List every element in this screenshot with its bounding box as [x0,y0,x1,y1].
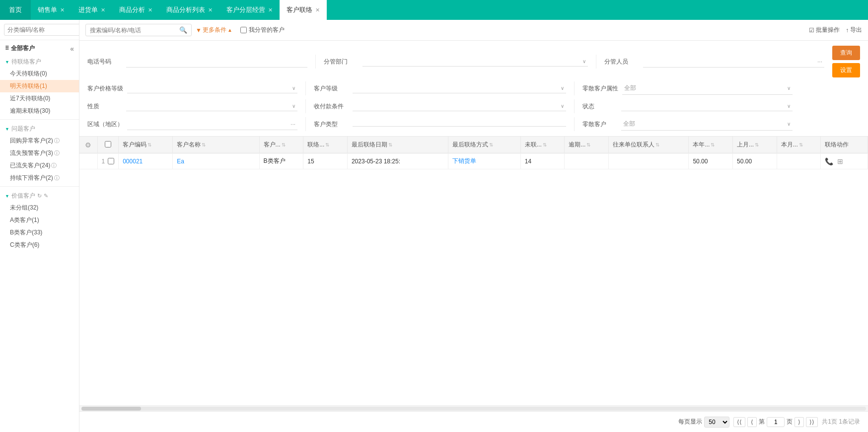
customer-name-link[interactable]: Ea [177,158,184,165]
sidebar-item-unclassified[interactable]: 未分组(32) [0,202,79,214]
page-size-area: 每页显示 50 10 20 100 [678,417,729,428]
customer-type-select[interactable] [353,122,566,127]
col-overdue[interactable]: 逾期... ⇅ [565,137,609,153]
nav-customer-tier[interactable]: 客户分层经营 ✕ [219,0,280,20]
sidebar-item-class-c[interactable]: C类客户(6) [0,239,79,251]
col-this-year[interactable]: 本年... ⇅ [689,137,733,153]
row-last-month-cell: 50.00 [733,153,777,169]
triangle-icon: ▼ [5,60,9,65]
filter-dept: 分管部门 ∨ [324,57,588,67]
sidebar-item-churned[interactable]: 已流失客户(24) ⓘ [0,159,79,172]
more-icon-2[interactable]: ··· [290,121,295,128]
payment-select[interactable]: ∨ [353,101,566,111]
sidebar-item-class-b[interactable]: B类客户(33) [0,226,79,239]
search-input[interactable] [90,27,179,34]
col-type[interactable]: 客户... ⇅ [259,137,303,153]
manager-select[interactable]: ··· [643,56,824,68]
export-btn[interactable]: ↑ 导出 [846,26,862,34]
phone-action-icon[interactable]: 📞 [825,157,833,165]
last-method-link[interactable]: 下销货单 [452,157,476,164]
sidebar-item-overdue-pending[interactable]: 逾期未联络(30) [0,105,79,117]
qr-action-icon[interactable]: ⊞ [837,157,843,165]
action-icons: 📞 ⊞ [825,157,864,165]
my-customers-checkbox[interactable] [240,27,247,33]
refresh-icon[interactable]: ↻ [37,193,42,199]
info-icon-4: ⓘ [54,174,60,182]
col-contact-person[interactable]: 往来单位联系人 ⇅ [609,137,689,153]
close-icon[interactable]: ✕ [315,7,320,13]
col-last-month[interactable]: 上月... ⇅ [733,137,777,153]
chevron-down-icon-7: ∨ [787,103,791,109]
sidebar-item-7day-pending[interactable]: 近7天待联络(0) [0,92,79,105]
sidebar-item-abnormal-purchase[interactable]: 回购异常客户(2) ⓘ [0,135,79,147]
customer-code-link[interactable]: 000021 [123,158,143,165]
more-icon[interactable]: ··· [817,58,822,65]
edit-icon[interactable]: ✎ [44,193,48,199]
sidebar-item-class-a[interactable]: A类客户(1) [0,214,79,226]
prev-page-btn[interactable]: ⟨ [747,417,757,427]
close-icon[interactable]: ✕ [208,7,213,13]
scrollbar-thumb[interactable] [81,407,141,411]
close-icon[interactable]: ✕ [60,7,65,13]
next-page-btn[interactable]: ⟩ [795,417,804,427]
search-icon[interactable]: 🔍 [179,26,187,34]
sort-icon-person: ⇅ [655,142,659,147]
pending-group-label: ▼ 待联络客户 [0,55,79,68]
all-customers-header[interactable]: ⠿ 全部客户 « [0,40,79,55]
retail-attr-select[interactable]: 全部 ∨ [622,82,793,95]
row-contact-person-cell [609,153,689,169]
batch-ops-btn[interactable]: ☑ 批量操作 [809,26,840,34]
first-page-btn[interactable]: ⟨⟨ [733,417,745,427]
nav-product-analysis[interactable]: 商品分析 ✕ [112,0,159,20]
my-customers-area: 我分管的客户 [240,26,285,34]
col-this-month[interactable]: 本月... ⇅ [777,137,821,153]
retail-customer-select[interactable]: 全部 ∨ [621,118,793,131]
content-area: 🔍 ▼ 更多条件 ▲ 我分管的客户 ☑ 批量操作 ↑ 导出 [79,20,868,432]
col-contact-count[interactable]: 联络... ⇅ [303,137,348,153]
set-btn[interactable]: 设置 [832,63,860,77]
phone-input[interactable] [126,56,307,68]
query-btn[interactable]: 查询 [832,46,860,60]
triangle-icon-3: ▼ [5,194,9,199]
nav-customer-contact[interactable]: 客户联络 ✕ [280,0,327,20]
sort-icon-date: ⇅ [388,142,392,147]
page-input[interactable] [767,417,785,427]
col-name[interactable]: 客户名称 ⇅ [173,137,259,153]
col-last-method[interactable]: 最后联络方式 ⇅ [448,137,520,153]
nav-home[interactable]: 首页 [0,0,31,20]
col-no-contact[interactable]: 未联... ⇅ [520,137,565,153]
col-last-date[interactable]: 最后联络日期 ⇅ [347,137,448,153]
row-this-year-cell: 50.00 [689,153,733,169]
area-select[interactable]: ··· [127,119,297,130]
row-checkbox[interactable] [108,158,114,164]
chevron-down-icon-4: ∨ [787,85,791,91]
more-conditions-btn[interactable]: ▼ 更多条件 ▲ [196,26,232,34]
status-select[interactable]: ∨ [621,101,793,111]
column-settings-btn[interactable]: ⚙ [85,141,91,149]
customer-level-select[interactable]: ∨ [353,83,566,93]
sort-icon-code: ⇅ [147,142,151,147]
nav-product-analysis-list[interactable]: 商品分析列表 ✕ [159,0,219,20]
close-icon[interactable]: ✕ [268,7,273,13]
sidebar-item-today-pending[interactable]: 今天待联络(0) [0,68,79,80]
sidebar-item-tomorrow-pending[interactable]: 明天待联络(1) [0,80,79,92]
nav-purchase-order[interactable]: 进货单 ✕ [72,0,112,20]
nav-sales-order[interactable]: 销售单 ✕ [31,0,72,20]
col-code[interactable]: 客户编码 ⇅ [119,137,173,153]
select-all-checkbox[interactable] [105,141,111,147]
close-icon[interactable]: ✕ [148,7,152,13]
close-icon[interactable]: ✕ [101,7,105,13]
sidebar-item-churn-warning[interactable]: 流失预警客户(3) ⓘ [0,147,79,159]
dept-select[interactable]: ∨ [362,57,588,67]
filter-divider-1 [315,55,316,69]
sidebar-item-declining[interactable]: 持续下滑客户(2) ⓘ [0,172,79,184]
gender-select[interactable]: ∨ [126,101,297,111]
scrollbar-area [79,405,868,411]
collapse-icon[interactable]: « [70,45,74,53]
sidebar-search-input[interactable] [4,24,79,36]
filter-gender: 性质 ∨ [87,101,297,111]
page-size-select[interactable]: 50 10 20 100 [704,417,729,428]
last-page-btn[interactable]: ⟩⟩ [806,417,818,427]
customer-price-select[interactable]: ∨ [127,83,297,93]
row-type-cell: B类客户 [259,153,303,169]
